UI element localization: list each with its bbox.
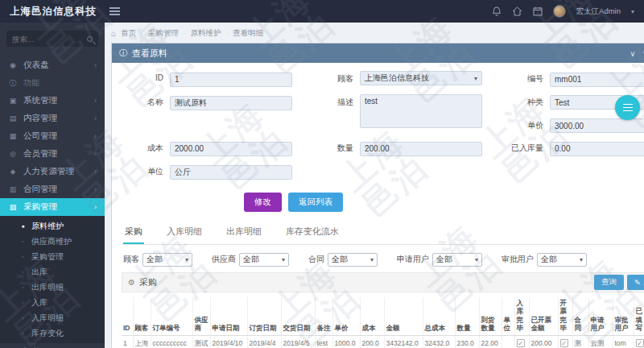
- menu-item-icon: ▤: [8, 114, 18, 122]
- submenu-item-label: 原料维护: [31, 221, 64, 232]
- sidebar-toggle-icon[interactable]: [109, 7, 120, 15]
- checkbox-checked-icon: ✓: [517, 339, 525, 347]
- column-header[interactable]: 申请日期: [210, 297, 247, 336]
- filter-select-4[interactable]: 全部▾: [537, 253, 587, 267]
- filter-select-0[interactable]: 全部▾: [142, 253, 192, 267]
- filter-select-2[interactable]: 全部▾: [328, 253, 378, 267]
- user-menu[interactable]: 宏太江Admin: [576, 6, 621, 17]
- unit-price-label: 单价: [502, 118, 543, 131]
- submenu-item-4[interactable]: ▫出库明细: [0, 280, 105, 295]
- code-field[interactable]: [550, 72, 644, 87]
- search-icon[interactable]: [87, 36, 93, 42]
- breadcrumb-item[interactable]: 首页: [121, 28, 136, 39]
- sidebar-item-3[interactable]: ▤内容管理›: [0, 110, 105, 127]
- column-header[interactable]: 单价: [332, 297, 360, 336]
- table-cell: 22.00: [479, 336, 502, 348]
- query-button[interactable]: 查询: [594, 275, 624, 290]
- column-header[interactable]: 申请用户: [588, 297, 613, 336]
- table-cell: ✓: [514, 336, 529, 348]
- description-field[interactable]: test: [360, 94, 482, 128]
- panel-tools: ∨ ✎ ↻ ×: [630, 49, 644, 58]
- table-cell: 云测试admin: [588, 336, 613, 348]
- sidebar-item-9[interactable]: ▨订单管理›: [0, 343, 105, 348]
- column-header[interactable]: ID: [122, 297, 133, 336]
- tab-3[interactable]: 库存变化流水: [284, 222, 341, 244]
- sidebar-item-7[interactable]: ▥合同管理›: [0, 180, 105, 198]
- modify-button[interactable]: 修改: [244, 193, 282, 212]
- calendar-icon[interactable]: [533, 6, 543, 16]
- user-avatar[interactable]: [553, 5, 566, 18]
- breadcrumb-separator-icon: ·: [141, 30, 143, 37]
- column-header[interactable]: 总成本: [423, 297, 455, 336]
- breadcrumb-item[interactable]: 查看明细: [233, 28, 263, 39]
- column-header[interactable]: 已开票金额: [529, 297, 558, 336]
- gear-icon: ⚙: [128, 278, 135, 287]
- customer-select[interactable]: 上海邑泊信息科技▾: [360, 71, 482, 85]
- sidebar-item-8[interactable]: ▧采购管理›: [0, 198, 105, 216]
- column-header[interactable]: 备注: [315, 297, 332, 336]
- tab-1[interactable]: 入库明细: [165, 222, 204, 244]
- submenu-item-3[interactable]: ▫出库: [0, 264, 105, 280]
- collapse-icon[interactable]: ∨: [630, 49, 636, 58]
- unit-price-field[interactable]: [550, 118, 644, 133]
- table-cell: 200.00: [360, 336, 384, 348]
- menu-item-icon: ◈: [8, 168, 18, 176]
- column-header[interactable]: 审批用户: [613, 297, 634, 336]
- user-caret-icon[interactable]: ▾: [631, 8, 634, 15]
- tab-0[interactable]: 采购: [123, 222, 144, 244]
- column-header[interactable]: 供应商: [192, 297, 210, 336]
- purchase-section-bar: ⚙ 采购 查询 ✎新建: [122, 272, 644, 292]
- cost-field[interactable]: [170, 142, 292, 156]
- home-icon[interactable]: [512, 6, 522, 16]
- id-field[interactable]: [170, 72, 292, 87]
- breadcrumb-item[interactable]: 原料维护: [190, 28, 221, 39]
- floating-menu-button[interactable]: [615, 95, 640, 120]
- name-field[interactable]: [170, 96, 292, 110]
- submenu-item-7[interactable]: ▫库存变化: [0, 325, 105, 341]
- breadcrumb-item[interactable]: 采购管理: [148, 28, 179, 39]
- name-label: 名称: [122, 94, 163, 108]
- sidebar-item-6[interactable]: ◈人力资源管理›: [0, 163, 105, 180]
- form-actions: 修改 返回列表: [244, 193, 644, 212]
- column-header[interactable]: 数量: [455, 297, 479, 336]
- stocked-label: 已入库量: [502, 140, 543, 154]
- column-header[interactable]: 已填写: [634, 297, 644, 336]
- quantity-field[interactable]: [360, 142, 482, 156]
- column-header[interactable]: 入库完毕: [514, 297, 529, 336]
- column-header[interactable]: 顾客: [133, 297, 151, 336]
- filter-label: 供应商: [212, 254, 236, 265]
- column-header[interactable]: 开票完毕: [558, 297, 572, 336]
- submenu-item-6[interactable]: ▫入库明细: [0, 310, 105, 325]
- filter-label: 顾客: [123, 254, 139, 265]
- breadcrumb: ⌂首页·采购管理·原料维护·查看明细: [111, 27, 644, 40]
- column-header[interactable]: 单位: [502, 297, 514, 336]
- table-cell: test: [315, 336, 332, 348]
- submenu-item-1[interactable]: ▫供应商维护: [0, 234, 105, 249]
- sidebar-item-5[interactable]: ◎会员管理›: [0, 145, 105, 163]
- column-header[interactable]: 金额: [384, 297, 423, 336]
- search-input[interactable]: [12, 35, 87, 44]
- column-header[interactable]: 到货数量: [479, 297, 502, 336]
- column-header[interactable]: 交货日期: [281, 297, 315, 336]
- submenu-item-2[interactable]: ▫采购管理: [0, 249, 105, 264]
- filter-select-3[interactable]: 全部▾: [432, 253, 482, 267]
- unit-field[interactable]: [170, 165, 292, 180]
- panel-header: ⓘ 查看原料 ∨ ✎ ↻ ×: [112, 44, 644, 63]
- column-header[interactable]: 合同: [572, 297, 588, 336]
- table-cell: 测试合: [572, 336, 588, 348]
- submenu-item-5[interactable]: ▫入库: [0, 295, 105, 310]
- column-header[interactable]: 成本: [360, 297, 384, 336]
- submenu-item-icon: ▫: [19, 300, 27, 305]
- column-header[interactable]: 订货日期: [247, 297, 281, 336]
- stocked-field[interactable]: [550, 142, 644, 156]
- back-to-list-button[interactable]: 返回列表: [288, 193, 343, 212]
- tab-2[interactable]: 出库明细: [225, 222, 263, 244]
- column-header[interactable]: 订单编号: [151, 297, 192, 336]
- sidebar-item-0[interactable]: ◉仪表盘›: [0, 56, 105, 74]
- create-button[interactable]: ✎新建: [627, 275, 644, 290]
- notifications-icon[interactable]: [492, 6, 502, 17]
- sidebar-item-4[interactable]: ▦公司管理›: [0, 127, 105, 145]
- filter-select-1[interactable]: 全部▾: [239, 253, 289, 267]
- sidebar-item-2[interactable]: ▣系统管理›: [0, 92, 105, 110]
- submenu-item-0[interactable]: ●原料维护: [0, 218, 105, 234]
